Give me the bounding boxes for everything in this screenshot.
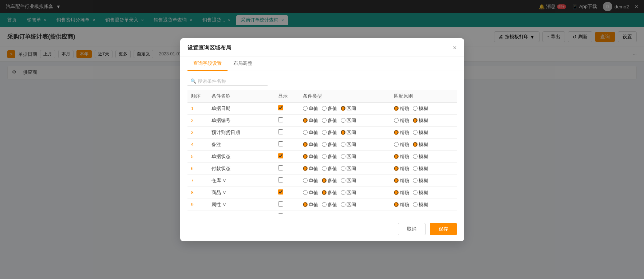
modal-close-button[interactable]: × bbox=[453, 44, 457, 52]
condition-search-box: 🔍 bbox=[187, 77, 268, 84]
modal-tab-layout-label: 布局调整 bbox=[233, 60, 252, 66]
modal-overlay: 设置查询区域布局 × 查询字段设置 布局调整 🔍 bbox=[0, 0, 644, 84]
settings-modal: 设置查询区域布局 × 查询字段设置 布局调整 🔍 bbox=[180, 38, 464, 84]
modal-tabs: 查询字段设置 布局调整 bbox=[180, 56, 464, 71]
modal-title: 设置查询区域布局 bbox=[187, 44, 231, 51]
modal-tab-query-fields-label: 查询字段设置 bbox=[193, 60, 222, 66]
modal-tab-layout[interactable]: 布局调整 bbox=[228, 56, 258, 71]
modal-header: 设置查询区域布局 × bbox=[180, 38, 464, 56]
modal-body: 🔍 顺序 条件名称 显示 条件类型 匹配原则 bbox=[180, 71, 464, 84]
search-icon: 🔍 bbox=[190, 78, 196, 84]
condition-search-input[interactable] bbox=[198, 78, 263, 84]
modal-tab-query-fields[interactable]: 查询字段设置 bbox=[187, 56, 228, 71]
